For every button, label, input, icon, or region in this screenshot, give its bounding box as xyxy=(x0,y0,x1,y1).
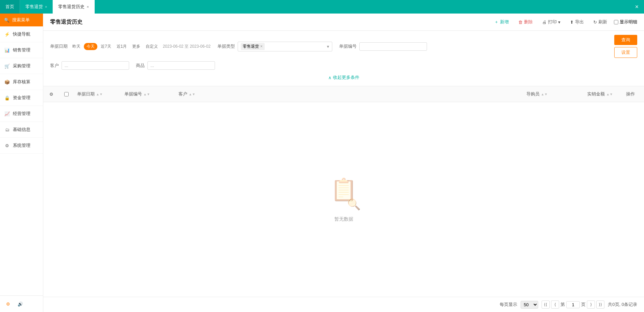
sound-bottom-icon[interactable]: 🔊 xyxy=(16,300,24,308)
doc-type-tag: 零售退货 × xyxy=(241,43,265,50)
tab-home-label: 首页 xyxy=(5,4,14,10)
delete-label: 删除 xyxy=(524,19,533,25)
main-layout: 🔍 搜索菜单 ⚡ 快捷导航 📊 销售管理 🛒 采购管理 📦 库存核算 🔒 资金管… xyxy=(0,14,644,312)
th-amount[interactable]: 实销金额 ▲▼ xyxy=(576,89,617,99)
empty-image xyxy=(327,177,361,211)
sidebar-item-system-mgmt[interactable]: ⚙ 系统管理 xyxy=(0,138,43,154)
filter-row-2: 客户 ... 商品 ... xyxy=(50,61,637,70)
date-btn-1month[interactable]: 近1月 xyxy=(115,43,129,50)
th-action: 操作 xyxy=(617,89,644,99)
sidebar-item-purchase-mgmt[interactable]: 🛒 采购管理 xyxy=(0,58,43,74)
th-check[interactable] xyxy=(59,90,73,98)
th-guide[interactable]: 导购员 ▲▼ xyxy=(522,89,576,99)
finance-mgmt-icon: 🔒 xyxy=(4,95,10,101)
export-button[interactable]: ⬆ 导出 xyxy=(567,18,587,26)
doc-type-arrow-icon: ▾ xyxy=(327,44,329,49)
delete-icon: 🗑 xyxy=(518,20,523,25)
sidebar-item-label: 经营管理 xyxy=(13,111,30,117)
query-button[interactable]: 查询 xyxy=(614,35,637,45)
date-options: 昨天 今天 近7天 近1月 更多 自定义 xyxy=(70,43,160,50)
th-guide-sort-icon: ▲▼ xyxy=(541,92,548,96)
collapse-button[interactable]: ∧ 收起更多条件 xyxy=(328,74,359,81)
goods-label: 商品 xyxy=(136,63,145,69)
top-bar-right: × xyxy=(629,0,644,14)
sidebar-item-inventory[interactable]: 📦 库存核算 xyxy=(0,74,43,90)
delete-button[interactable]: 🗑 删除 xyxy=(516,18,535,26)
doc-no-filter: 单据编号 xyxy=(339,42,427,51)
date-filter: 单据日期 昨天 今天 近7天 近1月 更多 自定义 2023-06-02 至 2… xyxy=(50,43,211,50)
page-number-input[interactable] xyxy=(566,301,580,308)
column-settings-icon[interactable]: ⚙ xyxy=(49,92,53,97)
date-btn-custom[interactable]: 自定义 xyxy=(144,43,160,50)
date-btn-today[interactable]: 今天 xyxy=(84,43,97,50)
th-date[interactable]: 单据日期 ▲▼ xyxy=(73,89,120,99)
page-size-select[interactable]: 50 100 200 xyxy=(521,301,538,309)
print-button[interactable]: 🖨 打印 ▾ xyxy=(540,18,563,26)
sidebar-item-sales-mgmt[interactable]: 📊 销售管理 xyxy=(0,42,43,58)
th-action-label: 操作 xyxy=(626,91,635,97)
sidebar-item-label: 采购管理 xyxy=(13,63,30,69)
date-btn-yesterday[interactable]: 昨天 xyxy=(70,43,82,50)
settings-button[interactable]: 设置 xyxy=(614,47,637,58)
page-prev-button[interactable]: ⟨ xyxy=(551,300,559,309)
print-arrow-icon: ▾ xyxy=(558,20,560,25)
add-button[interactable]: ＋ 新增 xyxy=(492,18,511,26)
customer-input[interactable]: ... xyxy=(62,61,129,70)
tab-retail-return[interactable]: 零售退货 × xyxy=(20,0,53,14)
sidebar-search[interactable]: 🔍 搜索菜单 xyxy=(0,14,43,26)
refresh-label: 刷新 xyxy=(598,19,607,25)
sidebar-item-label: 基础信息 xyxy=(13,127,30,133)
doc-type-filter: 单据类型 零售退货 × ▾ xyxy=(217,42,332,51)
th-customer-sort-icon: ▲▼ xyxy=(189,92,195,96)
display-detail-checkbox[interactable] xyxy=(614,20,618,24)
th-customer[interactable]: 客户 ▲▼ xyxy=(174,89,522,99)
tab-retail-return-history-close[interactable]: × xyxy=(87,5,89,9)
th-no[interactable]: 单据编号 ▲▼ xyxy=(120,89,174,99)
tab-retail-return-history[interactable]: 零售退货历史 × xyxy=(53,0,94,14)
export-icon: ⬆ xyxy=(570,20,574,25)
search-icon: 🔍 xyxy=(4,18,9,23)
tab-retail-return-close[interactable]: × xyxy=(45,5,47,9)
collapse-up-icon: ∧ xyxy=(328,75,332,80)
tab-bar: 首页 零售退货 × 零售退货历史 × xyxy=(0,0,629,14)
th-date-label: 单据日期 xyxy=(77,91,95,97)
page-nav: ⟨⟨ ⟨ 第 页 ⟩ ⟩⟩ xyxy=(542,300,604,309)
sidebar-item-label: 资金管理 xyxy=(13,95,30,101)
goods-input[interactable]: ... xyxy=(147,61,215,70)
collapse-row: ∧ 收起更多条件 xyxy=(50,73,637,82)
toolbar: ＋ 新增 🗑 删除 🖨 打印 ▾ ⬆ 导出 ↻ 刷新 xyxy=(492,18,637,26)
system-mgmt-icon: ⚙ xyxy=(4,142,10,149)
date-btn-7days[interactable]: 近7天 xyxy=(99,43,113,50)
page-title: 零售退货历史 xyxy=(50,19,82,26)
export-label: 导出 xyxy=(575,19,584,25)
doc-type-select[interactable]: 零售退货 × ▾ xyxy=(238,42,332,51)
sidebar-item-quick-nav[interactable]: ⚡ 快捷导航 xyxy=(0,26,43,42)
doc-no-label: 单据编号 xyxy=(339,43,357,49)
sidebar-item-basic-info[interactable]: 🗂 基础信息 xyxy=(0,122,43,138)
add-label: 新增 xyxy=(500,19,509,25)
sidebar-item-operation-mgmt[interactable]: 📈 经营管理 xyxy=(0,106,43,122)
sidebar-item-label: 库存核算 xyxy=(13,79,30,85)
th-customer-label: 客户 xyxy=(178,91,187,97)
empty-text: 暂无数据 xyxy=(334,216,353,222)
doc-no-input[interactable] xyxy=(359,42,427,51)
page-first-button[interactable]: ⟨⟨ xyxy=(542,300,550,309)
date-btn-more[interactable]: 更多 xyxy=(130,43,142,50)
print-label: 打印 xyxy=(548,19,557,25)
refresh-button[interactable]: ↻ 刷新 xyxy=(591,18,610,26)
th-settings[interactable]: ⚙ xyxy=(43,90,59,99)
settings-bottom-icon[interactable]: ⚙ xyxy=(4,300,12,308)
inventory-icon: 📦 xyxy=(4,79,10,85)
top-close-button[interactable]: × xyxy=(635,3,639,10)
page-last-button[interactable]: ⟩⟩ xyxy=(596,300,604,309)
tab-home[interactable]: 首页 xyxy=(0,0,20,14)
page-next-button[interactable]: ⟩ xyxy=(587,300,595,309)
tab-retail-return-history-label: 零售退货历史 xyxy=(58,4,85,10)
sidebar: 🔍 搜索菜单 ⚡ 快捷导航 📊 销售管理 🛒 采购管理 📦 库存核算 🔒 资金管… xyxy=(0,14,43,312)
select-all-checkbox[interactable] xyxy=(64,92,69,96)
pagination: 每页显示 50 100 200 ⟨⟨ ⟨ 第 页 ⟩ ⟩⟩ 共0页, 0条记录 xyxy=(43,297,644,312)
print-icon: 🖨 xyxy=(542,20,547,25)
display-detail-toggle[interactable]: 显示明细 xyxy=(614,19,637,25)
sidebar-item-finance-mgmt[interactable]: 🔒 资金管理 xyxy=(0,90,43,106)
doc-type-remove-icon[interactable]: × xyxy=(260,44,263,49)
